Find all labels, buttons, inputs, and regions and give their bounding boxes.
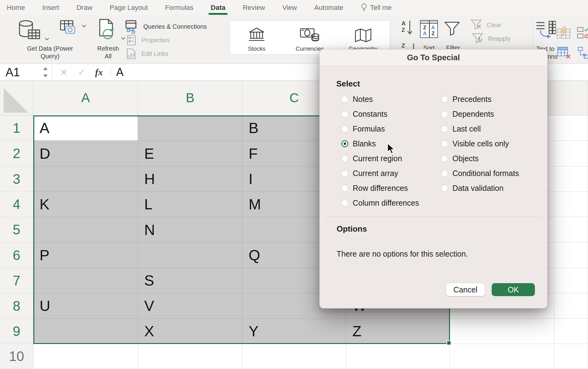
menu-item-home[interactable]: Home: [7, 0, 25, 15]
sort-descending-button-partial[interactable]: Z: [401, 42, 405, 49]
data-validation-icon[interactable]: [577, 26, 588, 40]
cell-B2[interactable]: E: [138, 141, 242, 166]
cell-B5[interactable]: N: [138, 217, 242, 243]
filter-icon[interactable]: [444, 21, 460, 37]
ok-button[interactable]: OK: [492, 283, 535, 296]
reapply-button[interactable]: ↻ Reapply: [472, 33, 510, 44]
radio-option-precedents[interactable]: Precedents: [441, 92, 519, 107]
radio-selected-icon[interactable]: [341, 140, 348, 147]
sort-button[interactable]: Z A A Z: [420, 20, 438, 38]
cell-A3[interactable]: [33, 166, 138, 192]
menu-item-page-layout[interactable]: Page Layout: [110, 0, 148, 15]
radio-option-current-region[interactable]: Current region: [341, 151, 419, 166]
cell-F5[interactable]: [554, 217, 588, 243]
radio-option-visible-cells-only[interactable]: Visible cells only: [441, 136, 519, 151]
clear-filter-button[interactable]: ✕ Clear: [471, 19, 502, 31]
cell-A10[interactable]: [33, 344, 138, 369]
cell-C10[interactable]: [242, 344, 346, 369]
radio-icon[interactable]: [341, 170, 348, 177]
relationships-icon[interactable]: [578, 47, 588, 59]
radio-icon[interactable]: [441, 125, 448, 132]
cell-B8[interactable]: V: [138, 293, 242, 319]
properties-button[interactable]: Properties: [127, 34, 170, 46]
radio-option-notes[interactable]: Notes: [341, 92, 419, 107]
radio-option-formulas[interactable]: Formulas: [341, 121, 419, 136]
radio-icon[interactable]: [441, 170, 448, 177]
radio-option-objects[interactable]: Objects: [441, 151, 519, 166]
cell-F1[interactable]: [554, 115, 588, 141]
stocks-button[interactable]: Stocks: [230, 21, 283, 54]
radio-icon[interactable]: [341, 199, 348, 207]
screenshot-table-icon[interactable]: [60, 20, 79, 36]
cell-F2[interactable]: [554, 141, 588, 166]
consolidate-icon[interactable]: [557, 47, 571, 59]
cell-A4[interactable]: K: [33, 192, 138, 217]
menu-item-data[interactable]: Data: [211, 0, 225, 15]
radio-option-blanks[interactable]: Blanks: [341, 136, 419, 151]
radio-icon[interactable]: [341, 125, 348, 132]
cell-D9[interactable]: Z: [346, 319, 450, 344]
cell-F4[interactable]: [554, 192, 588, 217]
cell-A6[interactable]: P: [33, 243, 138, 268]
radio-option-dependents[interactable]: Dependents: [441, 107, 519, 121]
menu-item-insert[interactable]: Insert: [42, 0, 59, 15]
radio-icon[interactable]: [441, 140, 448, 147]
radio-option-current-array[interactable]: Current array: [341, 166, 419, 181]
cell-F8[interactable]: [554, 293, 588, 319]
menu-item-tell-me[interactable]: Tell me: [361, 0, 392, 15]
menu-item-view[interactable]: View: [282, 0, 297, 15]
cell-B10[interactable]: [138, 344, 242, 369]
row-header-6[interactable]: 6: [0, 243, 33, 268]
radio-option-row-differences[interactable]: Row differences: [341, 181, 419, 195]
flash-fill-icon[interactable]: [556, 26, 571, 39]
radio-option-data-validation[interactable]: Data validation: [441, 181, 519, 195]
cell-F6[interactable]: [554, 243, 588, 268]
row-header-8[interactable]: 8: [0, 293, 33, 319]
row-header-3[interactable]: 3: [0, 166, 33, 192]
radio-option-column-differences[interactable]: Column differences: [341, 195, 419, 210]
cancel-button[interactable]: Cancel: [446, 283, 485, 296]
cell-B4[interactable]: L: [138, 192, 242, 217]
cell-E10[interactable]: [450, 344, 554, 369]
cell-A9[interactable]: [33, 319, 138, 344]
menu-item-draw[interactable]: Draw: [77, 0, 92, 15]
cell-D10[interactable]: [346, 344, 450, 369]
select-all-corner[interactable]: [0, 81, 33, 115]
enter-check-icon[interactable]: ✓: [78, 67, 85, 77]
column-header-B[interactable]: B: [138, 81, 242, 115]
radio-icon[interactable]: [441, 111, 448, 118]
cell-C9[interactable]: Y: [242, 319, 346, 344]
column-header-A[interactable]: A: [33, 81, 138, 115]
cell-F3[interactable]: [554, 166, 588, 192]
menu-item-automate[interactable]: Automate: [314, 0, 343, 15]
radio-icon[interactable]: [341, 96, 348, 103]
stepper-up-icon[interactable]: [43, 67, 48, 70]
cell-E9[interactable]: [450, 319, 554, 344]
sort-ascending-button[interactable]: A Z: [401, 20, 413, 36]
radio-icon[interactable]: [341, 155, 348, 162]
row-header-2[interactable]: 2: [0, 141, 33, 166]
edit-links-button[interactable]: Edit Links: [126, 48, 168, 60]
cell-A8[interactable]: U: [33, 293, 138, 319]
cell-B9[interactable]: X: [138, 319, 242, 344]
menu-item-review[interactable]: Review: [243, 0, 265, 15]
radio-option-constants[interactable]: Constants: [341, 107, 419, 121]
radio-icon[interactable]: [441, 96, 448, 103]
cell-B1[interactable]: [138, 115, 242, 141]
cell-A7[interactable]: [33, 268, 138, 293]
row-header-1[interactable]: 1: [0, 115, 33, 141]
radio-icon[interactable]: [441, 185, 448, 192]
cell-A5[interactable]: [33, 217, 138, 243]
row-header-5[interactable]: 5: [0, 217, 33, 243]
row-header-7[interactable]: 7: [0, 268, 33, 293]
cell-A2[interactable]: D: [33, 141, 138, 166]
menu-item-formulas[interactable]: Formulas: [165, 0, 194, 15]
cell-F7[interactable]: [554, 268, 588, 293]
radio-icon[interactable]: [341, 111, 348, 118]
name-box[interactable]: A1: [0, 64, 52, 80]
name-box-stepper[interactable]: [43, 66, 48, 78]
row-header-10[interactable]: 10: [0, 344, 33, 369]
radio-icon[interactable]: [341, 185, 348, 192]
dialog-titlebar[interactable]: Go To Special: [320, 49, 547, 66]
row-header-4[interactable]: 4: [0, 192, 33, 217]
